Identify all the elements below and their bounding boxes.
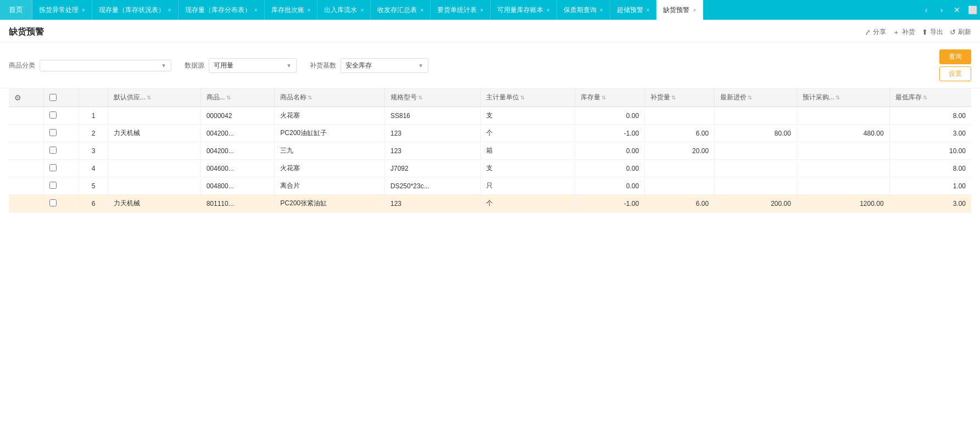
replenish-action-label: 补货 (902, 27, 915, 37)
col-label-product_name: 商品名称 (280, 93, 307, 102)
cell-value-product_code: 004200... (207, 147, 234, 155)
tab-overstock[interactable]: 超储预警× (610, 0, 657, 20)
tab-expiry-query[interactable]: 保质期查询× (557, 0, 610, 20)
col-label-product_code: 商品... (207, 93, 225, 102)
cell-settings (9, 195, 44, 212)
cell-value-latest_price: 80.00 (775, 130, 791, 137)
cell-latest_price (715, 160, 797, 177)
tab-close-inventory-status[interactable]: × (168, 7, 171, 13)
table-settings-icon[interactable]: ⚙ (14, 93, 21, 102)
col-header-est_purchase[interactable]: 预计采购... ⇅ (797, 88, 889, 107)
tab-collect-summary[interactable]: 收发存汇总表× (371, 0, 431, 20)
col-header-index (79, 88, 108, 107)
tab-inventory-status[interactable]: 现存量（库存状况表）× (92, 0, 179, 20)
cell-value-index: 5 (92, 182, 96, 190)
cell-settings (9, 142, 44, 160)
tab-close-inventory-dist[interactable]: × (254, 7, 258, 13)
category-label: 商品分类 (9, 61, 35, 70)
col-header-unit[interactable]: 主计量单位 ⇅ (480, 88, 575, 107)
sort-icon-unit: ⇅ (520, 94, 525, 100)
col-header-product_code[interactable]: 商品... ⇅ (201, 88, 275, 107)
row-checkbox-0[interactable] (49, 111, 57, 119)
tab-close-expiry-query[interactable]: × (600, 7, 603, 13)
col-header-replenish_qty[interactable]: 补货量 ⇅ (645, 88, 715, 107)
row-checkbox-3[interactable] (49, 164, 57, 171)
shortage-table: ⚙默认供应... ⇅商品... ⇅商品名称 ⇅规格型号 ⇅主计量单位 ⇅库存量 … (9, 88, 971, 212)
cell-latest_price (715, 107, 797, 125)
col-label-spec: 规格型号 (391, 93, 417, 102)
tab-abnormal[interactable]: 拣货异常处理× (32, 0, 92, 20)
row-checkbox-5[interactable] (49, 199, 57, 206)
row-checkbox-2[interactable] (49, 147, 57, 154)
col-header-spec[interactable]: 规格型号 ⇅ (385, 88, 480, 107)
category-filter-group: 商品分类 ▼ (9, 60, 171, 71)
tab-close-batch[interactable]: × (308, 7, 311, 13)
col-header-min_stock[interactable]: 最低库存 ⇅ (889, 88, 971, 107)
table-row: 6力天机械801110...PC200张紧油缸123个-1.006.00200.… (9, 195, 971, 212)
cell-product_code: 004200... (201, 142, 275, 160)
tab-batch[interactable]: 库存批次账× (265, 0, 318, 20)
tab-close-shortage[interactable]: × (693, 7, 696, 13)
cell-value-product_code: 004800... (207, 182, 234, 190)
col-header-checkbox (44, 88, 79, 107)
cell-value-replenish_qty: 20.00 (692, 147, 709, 155)
col-header-stock[interactable]: 库存量 ⇅ (575, 88, 645, 107)
cell-value-index: 2 (92, 130, 96, 137)
tab-home[interactable]: 首页 (0, 0, 32, 20)
row-checkbox-4[interactable] (49, 182, 57, 189)
export-action-label: 导出 (930, 27, 943, 37)
tab-close-inout-flow[interactable]: × (360, 7, 364, 13)
tab-inout-flow[interactable]: 出入库流水× (318, 0, 371, 20)
cell-value-min_stock: 1.00 (953, 182, 966, 190)
col-header-product_name[interactable]: 商品名称 ⇅ (275, 88, 385, 107)
cell-value-latest_price: 200.00 (771, 200, 791, 208)
cell-unit: 支 (480, 107, 575, 125)
cell-settings (9, 125, 44, 142)
datasource-select[interactable]: 可用量 ▼ (209, 58, 297, 73)
tab-close-available-ledger[interactable]: × (547, 7, 550, 13)
cell-value-product_name: 三九 (280, 147, 293, 154)
tab-close-window[interactable]: ✕ (949, 0, 965, 20)
tab-maximize[interactable]: ⬜ (965, 0, 980, 20)
cell-value-replenish_qty: 6.00 (696, 130, 709, 137)
tab-shortage[interactable]: 缺货预警× (656, 0, 703, 20)
table-row: 10000042火花塞SS816支0.008.00 (9, 107, 971, 125)
tab-requisition-stat[interactable]: 要货单统计表× (431, 0, 491, 20)
tab-label-available-ledger: 可用量库存账本 (497, 5, 543, 15)
sort-icon-stock: ⇅ (602, 94, 606, 100)
replenish-base-select[interactable]: 安全库存 ▼ (341, 58, 428, 73)
col-label-est_purchase: 预计采购... (803, 93, 834, 102)
tab-inventory-dist[interactable]: 现存量（库存分布表）× (179, 0, 265, 20)
select-all-checkbox[interactable] (49, 94, 57, 101)
category-select[interactable]: ▼ (40, 60, 171, 71)
col-header-default_supplier[interactable]: 默认供应... ⇅ (108, 88, 201, 107)
col-header-latest_price[interactable]: 最新进价 ⇅ (715, 88, 797, 107)
cell-replenish_qty (645, 177, 715, 195)
tab-close-collect-summary[interactable]: × (420, 7, 424, 13)
export-action-button[interactable]: ⬆导出 (922, 27, 943, 37)
cell-value-product_name: 火花塞 (280, 111, 300, 119)
share-action-button[interactable]: ⤤分享 (865, 27, 886, 37)
replenish-action-button[interactable]: ＋补货 (893, 27, 915, 37)
cell-product_name: 火花塞 (275, 160, 385, 177)
tab-close-overstock[interactable]: × (647, 7, 650, 13)
cell-value-unit: 支 (486, 164, 493, 172)
cell-est_purchase (797, 160, 889, 177)
cell-replenish_qty: 6.00 (645, 195, 715, 212)
row-checkbox-1[interactable] (49, 129, 57, 136)
category-chevron-icon: ▼ (161, 63, 166, 69)
tab-scroll-right[interactable]: › (934, 0, 949, 20)
tab-available-ledger[interactable]: 可用量库存账本× (491, 0, 557, 20)
cell-est_purchase (797, 177, 889, 195)
cell-product_name: PC200油缸缸子 (275, 125, 385, 142)
tab-close-requisition-stat[interactable]: × (480, 7, 483, 13)
tab-scroll-left[interactable]: ‹ (918, 0, 934, 20)
settings-button[interactable]: 设置 (939, 66, 971, 81)
cell-stock: 0.00 (575, 177, 645, 195)
query-button[interactable]: 查询 (939, 49, 971, 64)
datasource-label: 数据源 (185, 61, 204, 70)
cell-est_purchase: 1200.00 (797, 195, 889, 212)
refresh-action-button[interactable]: ↺刷新 (950, 27, 971, 37)
tab-close-abnormal[interactable]: × (82, 7, 85, 13)
tab-label-inventory-status: 现存量（库存状况表） (99, 5, 165, 15)
